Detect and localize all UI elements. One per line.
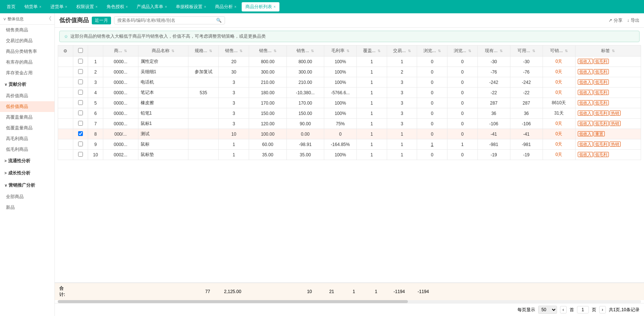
sidebar-collapse-btn[interactable]: 《	[46, 16, 51, 22]
share-button[interactable]: ↗ 分享	[608, 17, 623, 24]
cell-sales-profit: 170.00	[286, 98, 324, 108]
th-browse2[interactable]: 浏览... ⇅	[447, 45, 477, 57]
nav-permission[interactable]: 权限设置 ×	[73, 2, 101, 11]
nav-product-analysis[interactable]: 商品分析 ×	[211, 2, 240, 11]
cell-spec	[188, 57, 219, 67]
sidebar-growth-header[interactable]: >成长性分析	[0, 167, 54, 179]
search-icon[interactable]: 🔍	[216, 18, 222, 23]
row-checkbox[interactable]	[78, 121, 83, 126]
close-product-inbound-icon[interactable]: ×	[165, 5, 167, 9]
row-checkbox[interactable]	[78, 69, 83, 74]
nav-sales-order[interactable]: 销货单 ×	[21, 2, 45, 11]
nav-home[interactable]: 首页	[3, 2, 19, 11]
sidebar-circulation-header[interactable]: >流通性分析	[0, 155, 54, 167]
row-checkbox[interactable]	[78, 90, 83, 95]
th-current-stock[interactable]: 现有... ⇅	[477, 45, 510, 57]
th-available[interactable]: 可用... ⇅	[510, 45, 543, 57]
cell-checkbox	[73, 119, 88, 129]
cell-current-stock: -242	[477, 77, 510, 88]
cell-settings	[58, 98, 73, 108]
cell-settings	[58, 108, 73, 119]
nav-product-inbound[interactable]: 产成品入库单 ×	[133, 2, 171, 11]
th-sales-amount[interactable]: 销售... ⇅	[249, 45, 287, 57]
cell-coverage: 1	[357, 77, 387, 88]
row-checkbox[interactable]	[78, 142, 83, 146]
select-all-checkbox[interactable]	[78, 48, 83, 53]
close-product-analysis-list-icon[interactable]: ×	[274, 5, 276, 9]
table-row: 9 0000... 鼠标 1 60.00 -98.91 -164.85% 1 1…	[58, 139, 641, 150]
cell-browse1[interactable]: 0	[417, 119, 447, 129]
close-purchase-order-icon[interactable]: ×	[65, 5, 67, 9]
row-checkbox[interactable]	[78, 100, 83, 105]
cell-current-stock: 287	[477, 98, 510, 108]
row-checkbox[interactable]	[78, 79, 83, 84]
th-settings[interactable]: ⚙	[58, 45, 73, 57]
th-tags[interactable]: 标签 ⇅	[575, 45, 641, 57]
sidebar-item-high-value[interactable]: 高价值商品	[0, 91, 54, 101]
cell-browse1[interactable]: 0	[417, 57, 447, 67]
sidebar-item-stock-capital[interactable]: 库存资金占用	[0, 68, 54, 78]
nav-template[interactable]: 单据模板设置 ×	[172, 2, 210, 11]
close-permission-icon[interactable]: ×	[95, 5, 98, 9]
close-role-icon[interactable]: ×	[126, 5, 128, 9]
cell-sales-qty: 30	[219, 67, 249, 77]
th-name[interactable]: 商品名称 ⇅	[138, 45, 188, 57]
sidebar-item-low-coverage[interactable]: 低覆盖量商品	[0, 123, 54, 133]
sidebar-item-low-margin[interactable]: 低毛利商品	[0, 144, 54, 155]
row-checkbox[interactable]	[78, 152, 83, 157]
sidebar-item-sales-products[interactable]: 销售类商品	[0, 25, 54, 35]
sidebar-item-traded-products[interactable]: 交易过的商品	[0, 35, 54, 46]
cell-spec	[188, 119, 219, 129]
nav-product-analysis-list[interactable]: 商品分析列表 ×	[242, 2, 279, 11]
cell-browse1[interactable]: 0	[417, 67, 447, 77]
th-spec[interactable]: 规格... ⇅	[188, 45, 219, 57]
cell-browse1[interactable]: 0	[417, 88, 447, 98]
close-product-analysis-icon[interactable]: ×	[234, 5, 237, 9]
sidebar-marketing-header[interactable]: ∨营销推广分析	[0, 179, 54, 191]
cell-browse1[interactable]: 1	[417, 139, 447, 150]
cell-browse1[interactable]: 0	[417, 150, 447, 160]
th-code[interactable]: 商... ⇅	[103, 45, 138, 57]
nav-role[interactable]: 角色授权 ×	[103, 2, 132, 11]
sidebar-item-high-margin[interactable]: 高毛利商品	[0, 133, 54, 144]
th-coverage[interactable]: 覆盖... ⇅	[357, 45, 387, 57]
table-header-row: ⚙ 商... ⇅ 商品名称 ⇅ 规格... ⇅ 销售... ⇅ 销售... ⇅ …	[58, 45, 641, 57]
th-browse1[interactable]: 浏览... ⇅	[417, 45, 447, 57]
th-trade[interactable]: 交易... ⇅	[387, 45, 417, 57]
row-checkbox[interactable]	[78, 111, 83, 115]
th-gross-margin[interactable]: 毛利率 ⇅	[324, 45, 357, 57]
page-word: 页	[592, 307, 596, 313]
cell-browse1[interactable]: 0	[417, 129, 447, 139]
per-page-select[interactable]: 50 100 200	[538, 306, 557, 314]
sidebar-item-all-products[interactable]: 全部商品	[0, 191, 54, 202]
sidebar-item-low-value[interactable]: 低价值商品	[0, 101, 54, 112]
cell-browse1[interactable]: 0	[417, 98, 447, 108]
cell-days: 8610天	[543, 98, 575, 108]
nav-purchase-order[interactable]: 进货单 ×	[47, 2, 71, 11]
sidebar-item-stock-products[interactable]: 有库存的商品	[0, 57, 54, 68]
sidebar-item-new-products[interactable]: 新品	[0, 202, 54, 213]
cell-sales-amount: 100.00	[249, 129, 287, 139]
th-sales-qty[interactable]: 销售... ⇅	[219, 45, 249, 57]
period-tag-btn[interactable]: 近一月	[92, 17, 111, 24]
search-input[interactable]	[117, 18, 215, 23]
row-checkbox[interactable]	[78, 59, 83, 64]
sidebar-item-high-coverage[interactable]: 高覆盖量商品	[0, 112, 54, 123]
page-number-input[interactable]	[577, 306, 589, 313]
cell-browse1[interactable]: 0	[417, 108, 447, 119]
export-button[interactable]: ↓ 导出	[627, 17, 640, 24]
table-container: ⚙ 商... ⇅ 商品名称 ⇅ 规格... ⇅ 销售... ⇅ 销售... ⇅ …	[55, 45, 644, 282]
close-sales-order-icon[interactable]: ×	[39, 5, 41, 9]
last-page-btn[interactable]: ›	[599, 306, 606, 313]
cell-checkbox	[73, 77, 88, 88]
close-template-icon[interactable]: ×	[204, 5, 206, 9]
row-checkbox[interactable]	[78, 131, 83, 136]
th-sellable[interactable]: 可销... ⇅	[543, 45, 575, 57]
cell-browse1[interactable]: 0	[417, 77, 447, 88]
cell-available: 287	[510, 98, 543, 108]
sidebar-item-category-sales-rate[interactable]: 商品分类销售率	[0, 46, 54, 57]
first-page-btn[interactable]: ‹	[560, 306, 567, 313]
th-sales-profit[interactable]: 销售... ⇅	[286, 45, 324, 57]
sidebar-contribution-header[interactable]: ∨贡献分析	[0, 78, 54, 91]
cell-spec	[188, 139, 219, 150]
